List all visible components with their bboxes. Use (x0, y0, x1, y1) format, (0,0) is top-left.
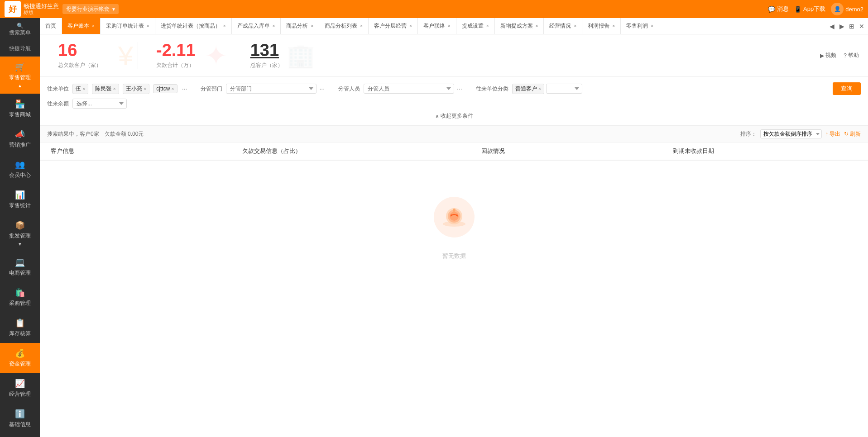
user-profile[interactable]: 👤 demo2 (831, 3, 863, 15)
help-label: 帮助 (848, 52, 859, 59)
unit-category-select[interactable] (546, 84, 582, 94)
tab-close-all[interactable]: ✕ (857, 22, 866, 31)
dept-filter-label: 分管部门 (201, 85, 222, 93)
tab-business[interactable]: 经营情况 × (544, 18, 582, 34)
message-button[interactable]: 💬 消息 (768, 5, 789, 13)
video-button[interactable]: ▶ 视频 (820, 52, 836, 59)
tab-customer-ledger-close[interactable]: × (92, 24, 95, 28)
sidebar-item-ecommerce[interactable]: 💻 电商管理 (0, 252, 40, 282)
sidebar-item-retail-management[interactable]: 🛒 零售管理 ▲ (0, 57, 40, 94)
tab-label: 新增提成方案 (500, 22, 533, 30)
logo-subtitle: 标版 (24, 10, 59, 15)
message-label: 消息 (777, 5, 789, 13)
tab-left-arrow[interactable]: ◀ (827, 22, 836, 31)
tab-product-analysis-list[interactable]: 商品分析列表 × (319, 18, 369, 34)
sidebar-item-label: 零售管理 (9, 74, 31, 81)
dept-more-icon[interactable]: ··· (318, 84, 326, 93)
wholesale-arrow-icon: ▼ (18, 242, 22, 247)
tab-label: 采购订单统计表 (106, 22, 144, 30)
sidebar-item-purchasing[interactable]: 🛍️ 采购管理 (0, 282, 40, 313)
tab-new-commission[interactable]: 新增提成方案 × (495, 18, 544, 34)
tab-commission-settings[interactable]: 提成设置 × (456, 18, 495, 34)
tab-expand[interactable]: ⊞ (847, 22, 856, 31)
logo-text: 畅捷通好生意 标版 (24, 3, 59, 16)
query-button[interactable]: 查询 (833, 82, 861, 95)
marketing-icon: 📣 (15, 129, 25, 139)
tab-purchase-order-stats[interactable]: 采购订单统计表 × (101, 18, 155, 34)
tab-close[interactable]: × (273, 24, 275, 28)
filter-collapse-area: ∧ 收起更多条件 (47, 112, 861, 120)
filter-tag-normal-customer: 普通客户 × (512, 84, 544, 94)
export-button[interactable]: ↑ 导出 (825, 130, 840, 138)
refresh-button[interactable]: ↻ 刷新 (844, 130, 861, 138)
wholesale-icon: 📦 (15, 220, 25, 230)
more-tags-button[interactable]: ··· (181, 84, 188, 93)
tag-close-cjttcw[interactable]: × (171, 86, 174, 91)
tab-close[interactable]: × (651, 24, 653, 28)
tab-home[interactable]: 首页 (40, 18, 62, 34)
balance-select[interactable]: 选择... (72, 99, 127, 109)
search-menu-button[interactable]: 🔍 搜索菜单 (0, 18, 40, 41)
stat-block-credit-total: -2.11 欠款合计（万） ✦ (138, 42, 232, 69)
tab-finished-goods[interactable]: 产成品入库单 × (232, 18, 281, 34)
tab-product-analysis[interactable]: 商品分析 × (281, 18, 319, 34)
help-button[interactable]: ? 帮助 (844, 52, 859, 59)
stat-block-credit-customers: 16 总欠款客户（家） ¥ (49, 42, 138, 69)
tab-inbound-stats[interactable]: 进货单统计表（按商品） × (155, 18, 232, 34)
total-customers-label: 总客户（家） (250, 62, 283, 69)
search-icon: 🔍 (0, 23, 40, 29)
sidebar-item-system[interactable]: ⚙️ 系统管理 (0, 434, 40, 437)
tab-close[interactable]: × (223, 24, 226, 28)
tab-close[interactable]: × (147, 24, 149, 28)
quick-nav-button[interactable]: 快捷导航 (0, 41, 40, 57)
logo-icon: 好 (5, 1, 21, 17)
tab-close[interactable]: × (360, 24, 363, 28)
results-actions: 排序： 按欠款金额倒序排序 ↑ 导出 ↻ 刷新 (740, 129, 861, 138)
tab-close[interactable]: × (486, 24, 489, 28)
sidebar-item-business[interactable]: 📈 经营管理 (0, 373, 40, 404)
person-select[interactable]: 分管人员 (364, 84, 454, 94)
sort-label-text: 排序： (740, 130, 757, 138)
tab-profit-report[interactable]: 利润报告 × (582, 18, 621, 34)
sidebar-item-wholesale[interactable]: 📦 批发管理 ▼ (0, 215, 40, 252)
sidebar-item-marketing[interactable]: 📣 营销推广 (0, 124, 40, 154)
sort-select[interactable]: 按欠款金额倒序排序 (760, 129, 822, 138)
collapse-arrow-icon: ∧ (435, 113, 439, 119)
tab-customer-tier[interactable]: 客户分层经营 × (369, 18, 418, 34)
tab-label: 商品分析 (286, 22, 308, 30)
collapse-button[interactable]: ∧ 收起更多条件 (435, 112, 473, 120)
person-more-icon[interactable]: ··· (456, 84, 463, 93)
basic-info-icon: ℹ️ (15, 409, 25, 419)
col-credit-info: 欠款交易信息（占比） (239, 147, 478, 155)
tab-close[interactable]: × (612, 24, 615, 28)
credit-customers-value: 16 (58, 42, 77, 59)
tab-close[interactable]: × (448, 24, 451, 28)
account-dropdown-wrap[interactable]: 母婴行业演示帐套 ▼ (59, 4, 116, 14)
sidebar-item-retail-mall[interactable]: 🏪 零售商城 (0, 94, 40, 124)
sidebar-item-member-center[interactable]: 👥 会员中心 (0, 154, 40, 185)
top-bar: 好 畅捷通好生意 标版 母婴行业演示帐套 ▼ 💬 消息 📱 App下载 👤 (0, 0, 868, 18)
amount-text: 欠款金额 0.00元 (105, 130, 144, 138)
sidebar-item-label: 资金管理 (9, 360, 31, 368)
app-download-button[interactable]: 📱 App下载 (794, 5, 825, 13)
sidebar-item-retail-stats[interactable]: 📊 零售统计 (0, 185, 40, 215)
tab-close[interactable]: × (409, 24, 412, 28)
sidebar-item-basic-info[interactable]: ℹ️ 基础信息 (0, 404, 40, 434)
tab-customer-ledger[interactable]: 客户账本 × (62, 18, 101, 34)
account-dropdown[interactable]: 母婴行业演示帐套 (62, 4, 119, 14)
tab-customer-contact[interactable]: 客户联络 × (418, 18, 456, 34)
tab-close[interactable]: × (536, 24, 538, 28)
refresh-icon: ↻ (844, 131, 849, 137)
sidebar-item-inventory[interactable]: 📋 库存核算 (0, 313, 40, 343)
tag-close-normal[interactable]: × (538, 86, 541, 91)
collapse-label: 收起更多条件 (441, 112, 473, 120)
tag-close-wu[interactable]: × (82, 86, 85, 91)
tab-retail-profit[interactable]: 零售利润 × (621, 18, 659, 34)
dept-select[interactable]: 分管部门 (226, 84, 317, 94)
tab-close[interactable]: × (574, 24, 576, 28)
sidebar-item-finance[interactable]: 💰 资金管理 (0, 343, 40, 373)
tag-close-chen[interactable]: × (113, 86, 115, 91)
tag-close-wang[interactable]: × (144, 86, 146, 91)
tab-right-arrow[interactable]: ▶ (837, 22, 846, 31)
tab-close[interactable]: × (311, 24, 313, 28)
